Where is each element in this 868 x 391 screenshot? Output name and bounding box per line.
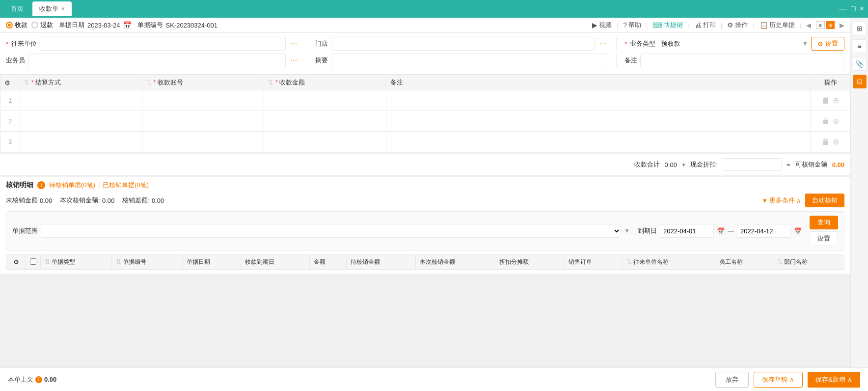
panel-icon-table[interactable]: ⊞: [853, 22, 867, 35]
diff-value: 0.00: [152, 197, 164, 204]
panel-icon-list[interactable]: ≡: [853, 39, 867, 53]
copy-icon-1[interactable]: ⊕: [833, 96, 839, 105]
query-range-dropdown-icon[interactable]: ▼: [624, 227, 630, 234]
delete-icon-1[interactable]: 🗑: [822, 96, 830, 105]
due-date-field: 到期日 📅 — 📅: [638, 224, 802, 238]
chevron-icon: ∧: [796, 197, 801, 204]
col-check[interactable]: [26, 255, 41, 270]
row2-ops: 🗑 ⊕: [811, 111, 850, 132]
print-btn[interactable]: 🖨 打印: [695, 21, 716, 29]
save-draft-button[interactable]: 保存草稿 ∧: [754, 372, 803, 388]
history-icon: 📋: [760, 21, 768, 29]
due-date-start-input[interactable]: [660, 224, 714, 238]
maximize-button[interactable]: □: [851, 4, 856, 13]
delete-icon-2[interactable]: 🗑: [822, 117, 830, 126]
shortcut-btn[interactable]: ⌨ 快捷键: [652, 21, 683, 29]
unchecked-stat: 未核销金额 0.00: [6, 196, 52, 205]
info-circle[interactable]: i: [35, 376, 42, 383]
due-date-end-input[interactable]: [737, 224, 791, 238]
operate-label: 操作: [735, 21, 748, 29]
store-input[interactable]: [331, 37, 595, 51]
copy-icon-3[interactable]: ⊕: [833, 137, 839, 146]
row3-account[interactable]: [142, 132, 264, 152]
help-btn[interactable]: ? 帮助: [623, 21, 641, 29]
row1-amount[interactable]: [264, 90, 386, 111]
col-gear[interactable]: ⚙: [0, 75, 20, 90]
operate-btn[interactable]: ⚙ 操作: [727, 21, 748, 29]
calendar-icon[interactable]: 📅: [123, 21, 132, 29]
row3-ops: 🗑 ⊕: [811, 132, 850, 152]
cal-start-icon[interactable]: 📅: [717, 227, 725, 235]
video-btn[interactable]: ▶ 视频: [592, 21, 612, 29]
query-button[interactable]: 查询: [810, 216, 838, 229]
staff-more-icon[interactable]: ···: [289, 56, 299, 65]
remark-input[interactable]: [640, 54, 844, 67]
tab-close-icon[interactable]: ×: [61, 6, 65, 12]
pending-tab[interactable]: 待核销单据(0笔): [49, 181, 95, 190]
layout-buttons: ≡ ⊞: [816, 21, 835, 29]
summary-input[interactable]: [331, 54, 608, 67]
radio-refund-label: 退款: [40, 21, 53, 29]
row2-amount[interactable]: [264, 111, 386, 132]
store-field: 门店 ···: [315, 37, 608, 51]
writeoff-section: 核销明细 i 待核销单据(0笔) | 已核销单据(0笔) 未核销金额 0.00 …: [0, 177, 850, 274]
select-all-checkbox[interactable]: [30, 258, 36, 265]
remark-field: 备注: [624, 54, 844, 67]
form-row-1: * 往来单位 ··· 门店 ··· * 业务类型 预收款 ▼ ⚙ 设置: [6, 37, 844, 51]
setting-btn2[interactable]: 设置: [810, 231, 838, 246]
col-checkbox-header[interactable]: ⚙: [6, 255, 26, 270]
biz-type-dropdown-icon[interactable]: ▼: [802, 40, 808, 47]
radio-receive-circle: [6, 22, 13, 28]
query-row: 单据范围 ▼ 到期日 📅 — 📅 查询 设置: [6, 211, 844, 251]
copy-icon-2[interactable]: ⊕: [833, 116, 839, 126]
save-new-button[interactable]: 保存&新增 ∧: [808, 372, 860, 388]
minimize-button[interactable]: —: [839, 4, 847, 13]
history-btn[interactable]: 📋 历史单据: [760, 21, 795, 29]
counterpart-input[interactable]: [40, 37, 286, 51]
row3-remark[interactable]: [386, 132, 811, 152]
cal-end-icon[interactable]: 📅: [794, 227, 802, 235]
tab-home[interactable]: 首页: [4, 1, 30, 16]
auto-writeoff-btn[interactable]: 自动核销: [805, 194, 844, 207]
layout-btn-list[interactable]: ≡: [816, 21, 825, 29]
discard-button[interactable]: 放弃: [715, 372, 749, 388]
discount-input[interactable]: [723, 158, 782, 171]
next-btn[interactable]: ▶: [840, 22, 844, 29]
row1-settle[interactable]: [20, 90, 142, 111]
col-dept: ⇅ 部门名称: [773, 255, 844, 270]
store-more-icon[interactable]: ···: [598, 39, 608, 48]
row1-remark[interactable]: [386, 90, 811, 111]
row3-amount[interactable]: [264, 132, 386, 152]
delete-icon-3[interactable]: 🗑: [822, 138, 830, 146]
query-range-select[interactable]: [41, 224, 621, 238]
staff-input[interactable]: [28, 54, 286, 67]
gear-icon-bottom[interactable]: ⚙: [13, 258, 19, 266]
summary-field: 摘要: [315, 54, 608, 67]
info-icon[interactable]: i: [37, 181, 45, 189]
row1-account[interactable]: [142, 90, 264, 111]
close-window-button[interactable]: ×: [860, 4, 864, 13]
biz-type-value[interactable]: 预收款: [658, 39, 799, 48]
panel-icon-attach[interactable]: 📎: [853, 57, 867, 71]
more-conditions-btn[interactable]: ▼ 更多条件 ∧: [761, 196, 801, 205]
prev-btn[interactable]: ◀: [806, 22, 811, 29]
layout-btn-grid[interactable]: ⊞: [826, 21, 835, 29]
shortcut-icon: ⌨: [652, 21, 662, 29]
counterpart-more-icon[interactable]: ···: [289, 39, 299, 48]
row2-remark[interactable]: [386, 111, 811, 132]
biz-type-required: *: [624, 40, 627, 48]
row2-settle[interactable]: [20, 111, 142, 132]
diff-stat: 核销差额: 0.00: [122, 196, 164, 205]
bill-date-value[interactable]: 2023-03-24: [87, 22, 120, 29]
done-tab[interactable]: 已核销单据(0笔): [103, 181, 149, 190]
row2-account[interactable]: [142, 111, 264, 132]
radio-receive[interactable]: 收款: [6, 21, 27, 29]
tab-active[interactable]: 收款单 ×: [32, 1, 72, 16]
panel-icon-expand[interactable]: ⊡: [853, 75, 867, 88]
query-range-label: 单据范围: [12, 226, 38, 235]
radio-refund[interactable]: 退款: [31, 21, 53, 29]
bill-date-group: 单据日期 2023-03-24 📅: [59, 21, 132, 29]
setting-button[interactable]: ⚙ 设置: [811, 37, 844, 51]
row3-settle[interactable]: [20, 132, 142, 152]
filter-icon: ▼: [761, 197, 768, 204]
